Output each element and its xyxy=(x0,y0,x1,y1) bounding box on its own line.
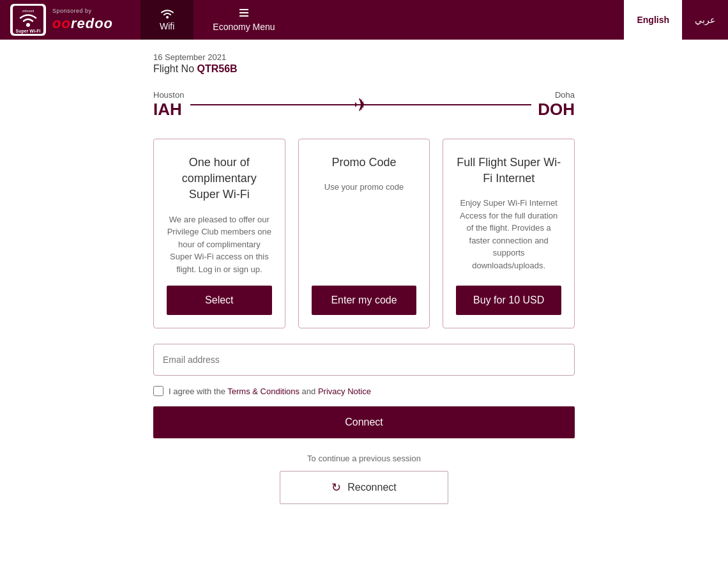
lang-arabic-button[interactable]: عربي xyxy=(682,0,728,40)
flight-route: Houston IAH ✈ Doha DOH xyxy=(153,90,575,119)
flight-number-value: QTR56B xyxy=(197,63,237,74)
flight-info: 16 September 2021 Flight No QTR56B xyxy=(153,52,575,75)
terms-conditions-link[interactable]: Terms & Conditions xyxy=(227,387,300,396)
nav-economy-label: Economy Menu xyxy=(213,22,275,32)
card-promo-title: Promo Code xyxy=(312,155,417,171)
flight-number: Flight No QTR56B xyxy=(153,63,575,75)
enter-code-button[interactable]: Enter my code xyxy=(312,286,417,315)
reconnect-icon: ↻ xyxy=(331,480,341,495)
card-full-flight-desc: Enjoy Super Wi-Fi Internet Access for th… xyxy=(456,197,561,275)
card-promo-desc: Use your promo code xyxy=(312,181,417,275)
plane-icon: ✈ xyxy=(354,95,368,116)
card-full-flight: Full Flight Super Wi-Fi Internet Enjoy S… xyxy=(443,139,575,328)
sponsored-by-label: Sponsored by xyxy=(52,8,113,14)
terms-checkbox[interactable] xyxy=(153,386,163,396)
dest-city-code: DOH xyxy=(538,100,575,119)
card-promo: Promo Code Use your promo code Enter my … xyxy=(298,139,430,328)
nav-economy[interactable]: Economy Menu xyxy=(193,0,294,40)
dest-city-name: Doha xyxy=(555,90,575,100)
reconnect-section: To continue a previous session ↻ Reconne… xyxy=(153,454,575,504)
origin-city-code: IAH xyxy=(153,100,184,119)
brand-logo: Sponsored by ooredoo xyxy=(52,8,113,32)
reconnect-button[interactable]: ↻ Reconnect xyxy=(280,471,448,504)
svg-point-4 xyxy=(166,16,169,19)
origin-city-name: Houston xyxy=(153,90,184,100)
svg-point-1 xyxy=(26,23,30,27)
logo-area: Super Wi-Fi onboard Sponsored by ooredoo xyxy=(0,4,140,36)
language-area: English عربي xyxy=(624,0,728,40)
offer-cards: One hour of complimentary Super Wi-Fi We… xyxy=(153,139,575,328)
card-full-flight-title: Full Flight Super Wi-Fi Internet xyxy=(456,155,561,187)
nav-wifi-label: Wifi xyxy=(160,21,174,31)
svg-rect-5 xyxy=(239,9,248,10)
card-complimentary: One hour of complimentary Super Wi-Fi We… xyxy=(153,139,285,328)
brand-name: ooredoo xyxy=(52,15,113,32)
card-complimentary-title: One hour of complimentary Super Wi-Fi xyxy=(167,155,272,203)
route-line: ✈ xyxy=(190,95,531,116)
privacy-notice-link[interactable]: Privacy Notice xyxy=(318,387,371,396)
flight-date: 16 September 2021 xyxy=(153,52,575,62)
card-complimentary-desc: We are pleased to offer our Privilege Cl… xyxy=(167,213,272,276)
nav-wifi[interactable]: Wifi xyxy=(140,0,193,40)
reconnect-button-label: Reconnect xyxy=(347,482,397,493)
buy-button[interactable]: Buy for 10 USD xyxy=(456,286,561,315)
main-nav: Wifi Economy Menu xyxy=(140,0,624,40)
connect-button[interactable]: Connect xyxy=(153,406,575,438)
dest-city: Doha DOH xyxy=(538,90,575,119)
origin-city: Houston IAH xyxy=(153,90,184,119)
main-content: 16 September 2021 Flight No QTR56B Houst… xyxy=(0,40,728,517)
select-button[interactable]: Select xyxy=(167,286,272,315)
lang-english-button[interactable]: English xyxy=(624,0,682,40)
svg-text:Super Wi-Fi: Super Wi-Fi xyxy=(16,29,41,34)
svg-rect-6 xyxy=(239,12,248,13)
super-wifi-logo: Super Wi-Fi onboard xyxy=(10,4,46,36)
svg-text:onboard: onboard xyxy=(22,9,34,13)
menu-icon xyxy=(238,8,250,19)
terms-label: I agree with the Terms & Conditions and … xyxy=(169,387,371,396)
email-section xyxy=(153,344,575,376)
terms-row: I agree with the Terms & Conditions and … xyxy=(153,386,575,396)
reconnect-label: To continue a previous session xyxy=(307,454,421,463)
svg-rect-7 xyxy=(239,15,248,17)
header: Super Wi-Fi onboard Sponsored by ooredoo… xyxy=(0,0,728,40)
wifi-icon xyxy=(160,8,174,19)
email-input[interactable] xyxy=(153,344,575,376)
